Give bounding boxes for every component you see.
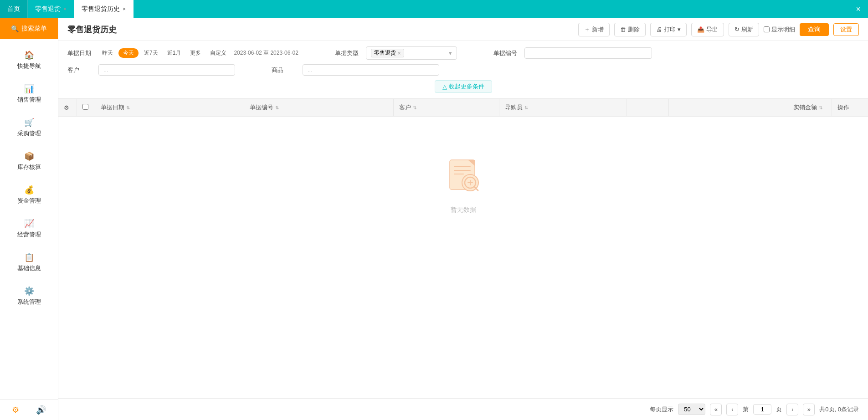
- prev-page-button[interactable]: ‹: [726, 404, 738, 415]
- home-icon: 🏠: [24, 50, 34, 60]
- page-size-label: 每页显示: [650, 405, 673, 414]
- show-detail-checkbox-label[interactable]: 显示明细: [764, 26, 795, 34]
- last-page-icon: »: [807, 406, 811, 413]
- th-doc-no[interactable]: 单据编号 ⇅: [244, 99, 394, 117]
- collapse-arrow-icon: △: [442, 83, 447, 90]
- collapse-button[interactable]: △ 收起更多条件: [435, 80, 492, 93]
- goods-input[interactable]: [303, 64, 439, 76]
- export-button[interactable]: 📤 导出: [691, 23, 724, 36]
- show-detail-checkbox[interactable]: [764, 26, 770, 32]
- th-amount[interactable]: 实销金额 ⇅: [669, 99, 832, 117]
- prev-page-icon: ‹: [731, 406, 733, 413]
- sort-amount-icon: ⇅: [819, 105, 822, 110]
- date-opt-yesterday[interactable]: 昨天: [98, 48, 117, 58]
- date-opt-more[interactable]: 更多: [186, 48, 205, 58]
- date-opt-custom[interactable]: 自定义: [206, 48, 230, 58]
- tab-retail-return[interactable]: 零售退货 ×: [28, 0, 74, 18]
- content-area: 零售退货历史 ＋ 新增 🗑 删除 🖨 打印 ▾ 📤 导出: [58, 18, 868, 420]
- query-button[interactable]: 查询: [800, 23, 829, 36]
- first-page-icon: «: [714, 406, 718, 413]
- sidebar-item-inventory[interactable]: 📦 库存核算: [2, 145, 56, 178]
- new-button[interactable]: ＋ 新增: [578, 23, 610, 36]
- tab-home[interactable]: 首页: [0, 0, 28, 18]
- empty-row: 暂无数据: [58, 117, 868, 251]
- th-guide[interactable]: 导购员 ⇅: [499, 99, 627, 117]
- sidebar-item-finance[interactable]: 💰 资金管理: [2, 179, 56, 211]
- collapse-row: △ 收起更多条件: [67, 80, 859, 93]
- sidebar-item-purchase-label: 采购管理: [17, 129, 41, 138]
- close-retail-return-icon[interactable]: ×: [63, 6, 67, 12]
- table-body: 暂无数据: [58, 117, 868, 251]
- sidebar-search[interactable]: 🔍 搜索菜单: [0, 18, 58, 39]
- sidebar-item-operations-label: 经营管理: [17, 230, 41, 239]
- page-number-input[interactable]: [753, 404, 771, 415]
- last-page-button[interactable]: »: [803, 404, 815, 415]
- filter-area: 单据日期 昨天 今天 近7天 近1月 更多 自定义 2023-06-02 至 2…: [58, 41, 868, 99]
- empty-state-text: 暂无数据: [451, 206, 476, 214]
- refresh-button[interactable]: ↻ 刷新: [729, 23, 759, 36]
- sort-customer-icon: ⇅: [413, 105, 416, 110]
- th-amount-label: 实销金额: [793, 103, 817, 112]
- sidebar-item-quick-nav[interactable]: 🏠 快捷导航: [2, 44, 56, 77]
- sidebar-item-operations[interactable]: 📈 经营管理: [2, 212, 56, 245]
- print-button[interactable]: 🖨 打印 ▾: [650, 23, 687, 36]
- th-gear[interactable]: ⚙: [58, 99, 77, 117]
- table-header-row: ⚙ 单据日期 ⇅ 单据编号: [58, 99, 868, 117]
- th-spacer: [627, 99, 669, 117]
- date-opt-7days[interactable]: 近7天: [140, 48, 162, 58]
- sidebar: 🔍 搜索菜单 🏠 快捷导航 📊 销售管理 🛒 采购管理 📦 库存核算 💰: [0, 18, 58, 420]
- pagination-bar: 每页显示 50 10 20 100 « ‹ 第 页 › » 共0页, 0条记录: [58, 398, 868, 420]
- date-opt-1month[interactable]: 近1月: [164, 48, 185, 58]
- refresh-button-label: 刷新: [741, 26, 753, 34]
- system-icon: ⚙️: [24, 286, 34, 296]
- customer-input[interactable]: [98, 64, 235, 76]
- window-close-button[interactable]: ×: [848, 0, 868, 18]
- print-button-label: 打印: [664, 26, 676, 34]
- sidebar-item-system[interactable]: ⚙️ 系统管理: [2, 280, 56, 312]
- tab-retail-return-history[interactable]: 零售退货历史 ×: [74, 0, 134, 18]
- th-doc-date[interactable]: 单据日期 ⇅: [95, 99, 244, 117]
- settings-bottom-icon[interactable]: ⚙: [12, 405, 19, 415]
- delete-icon: 🗑: [620, 26, 626, 33]
- print-dropdown-icon: ▾: [678, 26, 681, 33]
- th-customer-label: 客户: [399, 103, 411, 112]
- doc-type-tag-close[interactable]: ×: [398, 50, 401, 56]
- top-bar: 首页 零售退货 × 零售退货历史 × ×: [0, 0, 868, 18]
- first-page-button[interactable]: «: [710, 404, 722, 415]
- filter-row-2: 客户 商品: [67, 64, 859, 76]
- audio-bottom-icon[interactable]: 🔊: [36, 405, 46, 415]
- purchase-icon: 🛒: [24, 118, 34, 128]
- th-checkbox[interactable]: [77, 99, 95, 117]
- doc-no-input[interactable]: [524, 47, 652, 59]
- settings-button[interactable]: 设置: [833, 23, 859, 36]
- date-opt-today[interactable]: 今天: [118, 48, 139, 58]
- th-customer[interactable]: 客户 ⇅: [394, 99, 499, 117]
- sidebar-item-sales[interactable]: 📊 销售管理: [2, 77, 56, 110]
- doc-type-dropdown-icon: ▾: [449, 50, 452, 56]
- page-title: 零售退货历史: [67, 24, 573, 35]
- tab-retail-return-label: 零售退货: [35, 5, 61, 13]
- refresh-icon: ↻: [734, 26, 740, 33]
- next-page-button[interactable]: ›: [786, 404, 798, 415]
- delete-button[interactable]: 🗑 删除: [614, 23, 646, 36]
- sidebar-item-purchase[interactable]: 🛒 采购管理: [2, 111, 56, 144]
- new-button-label: 新增: [592, 26, 604, 34]
- show-detail-label: 显示明细: [771, 26, 795, 34]
- next-page-icon: ›: [791, 406, 793, 413]
- sidebar-item-basic-info[interactable]: 📋 基础信息: [2, 246, 56, 279]
- header-actions: ＋ 新增 🗑 删除 🖨 打印 ▾ 📤 导出 ↻ 刷: [578, 23, 859, 36]
- doc-type-filter: 单据类型 零售退货 × ▾: [335, 46, 457, 60]
- sidebar-item-sales-label: 销售管理: [17, 96, 41, 104]
- tab-retail-return-history-label: 零售退货历史: [82, 5, 120, 13]
- sidebar-item-finance-label: 资金管理: [17, 197, 41, 205]
- doc-type-select[interactable]: 零售退货 × ▾: [366, 46, 457, 60]
- doc-type-tag: 零售退货 ×: [371, 49, 404, 57]
- select-all-checkbox[interactable]: [82, 104, 88, 110]
- empty-state: 暂无数据: [58, 117, 868, 251]
- search-icon: 🔍: [11, 25, 19, 32]
- sidebar-nav: 🏠 快捷导航 📊 销售管理 🛒 采购管理 📦 库存核算 💰 资金管理 📈: [0, 39, 58, 399]
- close-retail-return-history-icon[interactable]: ×: [123, 6, 126, 12]
- total-records-label: 共0页, 0条记录: [819, 405, 859, 414]
- doc-type-tag-value: 零售退货: [374, 49, 396, 57]
- page-size-select[interactable]: 50 10 20 100: [678, 404, 705, 415]
